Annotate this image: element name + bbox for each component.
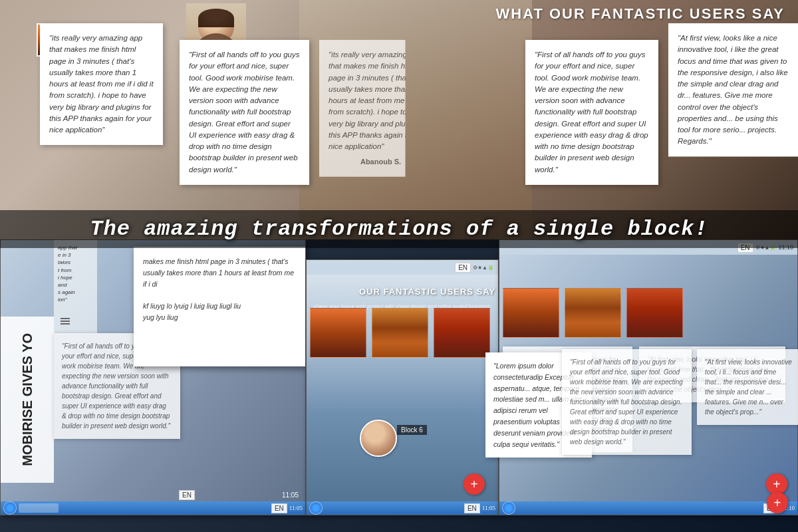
testimonial-card-5: "At first view, looks like a nice innova… [668,23,798,157]
start-button-center[interactable] [309,501,323,515]
taskbar-item [19,503,59,513]
center-screen-panel: EN ⚙★▲🔋 OUR FANTASTIC USERS SAY shape yo… [306,259,499,515]
thumb-r3 [626,288,683,338]
taskbar-time-left: 11:05 [289,505,303,511]
taskbar-center: EN 11:05 [307,501,498,515]
thumb-r1 [503,288,559,338]
our-fantastic-heading: OUR FANTASTIC USERS SAY [307,285,498,297]
block-label-6: Block 6 [397,425,427,435]
hamburger-icon[interactable] [59,317,71,326]
top-bar-center-screen: EN ⚙★▲🔋 [307,260,498,275]
top-section: WHAT OUR FANTASTIC USERS SAY "its really… [0,0,798,239]
testimonial-card-4: "First of all hands off to you guys for … [525,40,658,185]
add-block-overlay[interactable]: + [767,492,788,513]
en-indicator-center: EN [455,263,471,273]
start-button-right[interactable] [502,501,515,515]
time-display-1: 11:05 [282,491,299,499]
start-button-left[interactable] [3,501,17,515]
taskbar-right: EN 11:10 [499,501,797,515]
mobirise-heading: MOBIRISE GIVES YO [20,333,35,466]
testimonial-card-1: "its really very amazing app that makes … [40,23,163,145]
overlap-test-2: "At first view, looks innovative tool, i… [697,349,798,425]
icons-area: ⚙★▲🔋 [473,265,494,271]
mobirise-panel: MOBIRISE GIVES YO [1,317,54,483]
plus-button-overlay[interactable]: + [767,492,788,513]
plus-button-center[interactable]: + [464,473,485,495]
center-title-text: The amazing transformations of a single … [90,217,708,241]
thumb-2 [372,308,428,358]
avatar-circle-2 [360,420,397,457]
thumb-3 [434,308,490,358]
center-title-banner: The amazing transformations of a single … [0,210,798,248]
editor-text-panel: makes me finish html page in 3 minutes (… [134,247,305,366]
overlap-test-1: "First of all hands off to you guys for … [562,349,692,455]
en-badge-left: EN [179,490,195,500]
en-indicator-left: EN [271,503,287,513]
taskbar-left: EN 11:05 [1,501,305,515]
left-screen-panel: MOBIRISE GIVES YO app that e in 3 takes … [0,239,306,515]
en-center-taskbar: EN [464,503,480,513]
bottom-section: MOBIRISE GIVES YO app that e in 3 takes … [0,239,798,532]
add-block-button[interactable]: + [464,473,485,495]
testimonial-card-2: "First of all hands off to you guys for … [180,40,309,185]
thumb-r2 [565,288,621,338]
thumb-1 [310,308,366,358]
page-heading: WHAT OUR FANTASTIC USERS SAY [495,5,785,23]
taskbar-time-center: 11:05 [482,505,495,511]
